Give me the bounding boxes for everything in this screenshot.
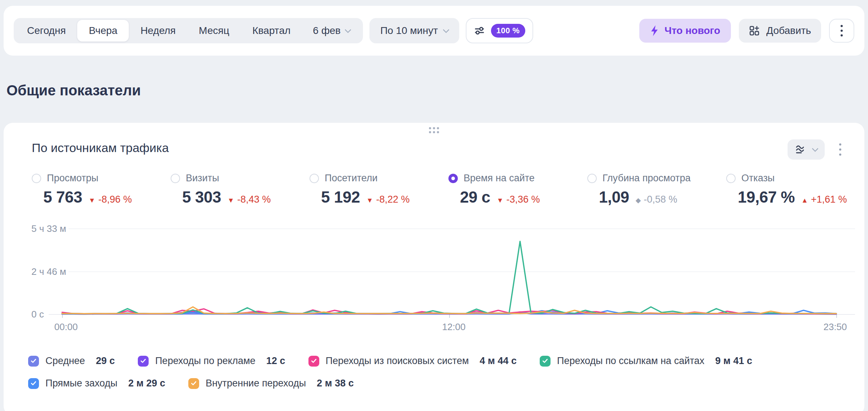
metric-delta: ▲ +1,61 % [801, 194, 847, 205]
metric-tab[interactable]: Отказы 19,67 % ▲ +1,61 % [726, 173, 865, 206]
metric-value: 29 с [460, 188, 490, 206]
metric-radio[interactable] [587, 174, 597, 183]
delta-direction-icon: ▼ [89, 196, 96, 204]
metric-tab[interactable]: Посетители 5 192 ▼ -8,22 % [310, 173, 448, 206]
legend-item[interactable]: Переходы по рекламе 12 с [138, 355, 285, 367]
metric-selector: Просмотры 5 763 ▼ -8,96 % Визиты 5 303 ▼… [32, 173, 865, 206]
metric-delta: ▼ -8,22 % [367, 194, 410, 205]
chart-legend-row-2: Прямые заходы 2 м 29 с Внутренние перехо… [28, 378, 354, 389]
legend-checkbox[interactable] [28, 378, 39, 389]
legend-checkbox[interactable] [28, 356, 39, 367]
metric-radio[interactable] [32, 174, 41, 183]
sampling-badge: 100 % [491, 24, 525, 38]
metric-value: 19,67 % [738, 188, 795, 206]
metric-delta: ▼ -8,43 % [228, 194, 271, 205]
legend-item[interactable]: Прямые заходы 2 м 29 с [28, 378, 165, 389]
metric-label: Время на сайте [464, 173, 535, 184]
chart-legend-row-1: Среднее 29 с Переходы по рекламе 12 с Пе… [28, 355, 752, 367]
delta-direction-icon: ▼ [367, 196, 373, 204]
date-range-tab-Квартал[interactable]: Квартал [241, 20, 302, 42]
metric-tab[interactable]: Глубина просмотра 1,09 ◆ -0,58 % [587, 173, 726, 206]
line-chart-icon [795, 144, 806, 155]
legend-label: Внутренние переходы [206, 378, 306, 389]
metric-value: 5 763 [43, 188, 82, 206]
metric-radio[interactable] [310, 174, 319, 183]
metric-delta: ▼ -3,36 % [497, 194, 540, 205]
metric-tab[interactable]: Время на сайте 29 с ▼ -3,36 % [448, 173, 587, 206]
metric-value: 5 303 [182, 188, 221, 206]
legend-label: Переходы из поисковых систем [326, 355, 469, 367]
whats-new-label: Что нового [665, 25, 720, 36]
legend-checkbox[interactable] [308, 356, 319, 367]
legend-checkbox[interactable] [540, 356, 551, 367]
tab-label: Вчера [89, 25, 117, 36]
whats-new-button[interactable]: Что нового [639, 19, 731, 43]
delta-value: -8,22 % [376, 194, 409, 205]
add-widget-label: Добавить [766, 25, 811, 36]
date-range-tab-Неделя[interactable]: Неделя [129, 20, 187, 42]
legend-item[interactable]: Внутренние переходы 2 м 38 с [188, 378, 354, 389]
tab-label: Неделя [140, 25, 176, 36]
legend-item[interactable]: Среднее 29 с [28, 355, 115, 367]
custom-date-select[interactable]: 6 фев [302, 20, 361, 42]
sampling-button[interactable]: 100 % [466, 18, 533, 43]
legend-item[interactable]: Переходы по ссылкам на сайтах 9 м 41 с [540, 355, 752, 367]
y-axis-tick-label: 2 ч 46 м [31, 266, 66, 277]
granularity-select[interactable]: По 10 минут [369, 18, 459, 43]
delta-direction-icon: ▲ [801, 196, 808, 204]
x-axis-tick-label: 12:00 [442, 321, 465, 333]
delta-direction-icon: ▼ [228, 196, 234, 204]
widget-title: По источникам трафика [32, 141, 169, 155]
legend-checkbox[interactable] [138, 356, 149, 367]
legend-value: 29 с [96, 355, 115, 367]
metric-label: Посетители [325, 173, 378, 184]
metric-radio[interactable] [448, 174, 458, 183]
toolbar-menu-button[interactable] [829, 19, 854, 43]
delta-direction-icon: ▼ [497, 196, 504, 204]
metric-value: 5 192 [321, 188, 360, 206]
add-widget-icon [749, 25, 760, 36]
metric-radio[interactable] [726, 174, 736, 183]
widget-menu-button[interactable] [838, 142, 843, 157]
date-label: 6 фев [313, 25, 341, 36]
metric-label: Глубина просмотра [602, 173, 691, 184]
date-range-tab-Месяц[interactable]: Месяц [187, 20, 241, 42]
date-range-tabs: Сегодня Вчера Неделя Месяц Квартал 6 фев [14, 18, 363, 43]
top-toolbar: Сегодня Вчера Неделя Месяц Квартал 6 фев… [4, 6, 864, 56]
drag-handle[interactable] [429, 127, 439, 133]
delta-direction-icon: ◆ [636, 196, 641, 204]
metric-tab[interactable]: Визиты 5 303 ▼ -8,43 % [171, 173, 310, 206]
metric-delta: ◆ -0,58 % [636, 194, 678, 205]
delta-value: -0,58 % [644, 194, 677, 205]
legend-label: Переходы по ссылкам на сайтах [557, 355, 705, 367]
metric-label: Отказы [741, 173, 775, 184]
legend-label: Прямые заходы [45, 378, 117, 389]
date-range-tab-Вчера[interactable]: Вчера [77, 20, 129, 42]
metric-label: Визиты [186, 173, 219, 184]
metric-value: 1,09 [599, 188, 629, 206]
granularity-label: По 10 минут [380, 25, 438, 36]
tab-label: Квартал [252, 25, 290, 36]
metric-label: Просмотры [47, 173, 98, 184]
legend-item[interactable]: Переходы из поисковых систем 4 м 44 с [308, 355, 517, 367]
legend-label: Среднее [45, 355, 85, 367]
y-axis-tick-label: 0 с [31, 309, 44, 320]
x-axis-tick-label: 00:00 [54, 321, 78, 333]
delta-value: -8,96 % [98, 194, 132, 205]
delta-value: -8,43 % [237, 194, 271, 205]
legend-checkbox[interactable] [188, 378, 199, 389]
metric-delta: ▼ -8,96 % [89, 194, 132, 205]
metric-tab[interactable]: Просмотры 5 763 ▼ -8,96 % [32, 173, 171, 206]
legend-value: 2 м 29 с [128, 378, 165, 389]
chevron-down-icon [812, 145, 818, 152]
x-axis-tick-label: 23:50 [823, 321, 847, 333]
add-widget-button[interactable]: Добавить [739, 19, 821, 43]
legend-value: 9 м 41 с [715, 355, 753, 367]
legend-value: 12 с [266, 355, 285, 367]
date-range-tab-Сегодня[interactable]: Сегодня [16, 20, 77, 42]
metric-radio[interactable] [171, 174, 180, 183]
delta-value: -3,36 % [506, 194, 540, 205]
chevron-down-icon [345, 26, 351, 33]
chart-type-select[interactable] [788, 139, 825, 160]
tab-label: Месяц [199, 25, 229, 36]
